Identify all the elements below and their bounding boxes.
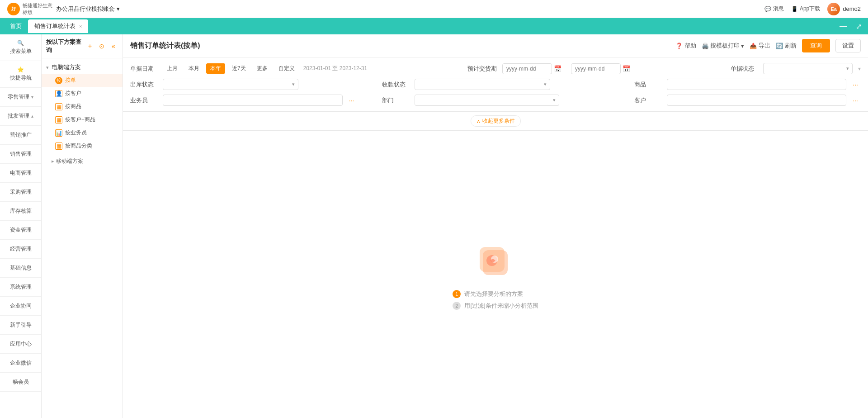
goods-input[interactable] xyxy=(667,79,847,90)
scheme-settings-button[interactable]: ⊙ xyxy=(97,42,106,51)
customer-more-icon[interactable]: ··· xyxy=(850,95,861,106)
dept-select[interactable] xyxy=(415,95,559,106)
out-status-select[interactable] xyxy=(163,79,298,90)
sidebar: 🔍 搜索菜单 ⭐ 快捷导航 零售管理 ▾ 批发管理 ▴ 营销推广 销售管理 电商… xyxy=(0,34,42,418)
customer-icon: 👤 xyxy=(55,90,62,97)
refresh-button[interactable]: 🔄 刷新 xyxy=(776,42,797,50)
user-menu[interactable]: Ea demo2 xyxy=(827,3,861,15)
logo-icon: 好 xyxy=(7,3,20,15)
sidebar-item-newbie[interactable]: 新手引导 xyxy=(0,316,41,335)
account-selector[interactable]: 办公用品行业模拟账套 ▾ xyxy=(56,5,120,13)
customer-goods-icon: ▦ xyxy=(55,116,62,124)
tree-item-by-salesperson[interactable]: 📊 按业务员 xyxy=(42,126,123,139)
chevron-down-icon: ▾ xyxy=(31,95,33,100)
messages-button[interactable]: 💬 消息 xyxy=(764,5,784,13)
tree-item-by-order[interactable]: 按 按单 xyxy=(42,74,123,87)
chevron-up-icon: ▴ xyxy=(31,114,33,119)
salesperson-input[interactable] xyxy=(163,95,343,106)
calendar-end-icon[interactable]: 📅 xyxy=(623,65,630,72)
expected-date-inputs: 📅 — 📅 xyxy=(502,63,630,74)
sidebar-item-purchase[interactable]: 采购管理 xyxy=(0,183,41,202)
sidebar-item-enterprise[interactable]: 企业协同 xyxy=(0,297,41,316)
payment-status-select[interactable] xyxy=(415,79,550,90)
this-year-btn[interactable]: 本年 xyxy=(206,63,225,74)
tree-item-by-goods[interactable]: ▦ 按商品 xyxy=(42,100,123,113)
minimize-icon[interactable]: — xyxy=(837,21,849,32)
goods-icon: ▦ xyxy=(55,103,62,110)
dept-group xyxy=(415,95,609,106)
goods-more-icon[interactable]: ··· xyxy=(850,79,861,90)
tab-sales-stats[interactable]: 销售订单统计表 × xyxy=(28,19,88,33)
calendar-start-icon[interactable]: 📅 xyxy=(554,65,561,72)
add-scheme-button[interactable]: ＋ xyxy=(85,42,94,51)
last7-btn[interactable]: 近7天 xyxy=(228,63,250,74)
out-status-group xyxy=(163,79,357,90)
settings-button[interactable]: 设置 xyxy=(835,39,861,52)
page-header-actions: ❓ 帮助 🖨️ 按模板打印 ▾ 📤 导出 🔄 刷新 查询 设置 xyxy=(675,39,861,52)
payment-status-group xyxy=(415,79,609,90)
date-label: 单据日期 xyxy=(130,65,157,73)
tree-group-header-pc[interactable]: ▾ 电脑端方案 xyxy=(42,61,123,74)
sidebar-item-inventory[interactable]: 库存核算 xyxy=(0,202,41,221)
doc-status-select[interactable] xyxy=(763,63,853,74)
expected-date-start[interactable] xyxy=(502,63,552,74)
tree-item-by-customer[interactable]: 👤 按客户 xyxy=(42,87,123,100)
template-print-button[interactable]: 🖨️ 按模板打印 ▾ xyxy=(702,42,744,50)
more-btn[interactable]: 更多 xyxy=(253,63,272,74)
this-month-btn[interactable]: 本月 xyxy=(184,63,203,74)
help-button[interactable]: ❓ 帮助 xyxy=(675,42,696,50)
sidebar-item-membership[interactable]: 畅会员 xyxy=(0,373,41,392)
sidebar-item-appcenter[interactable]: 应用中心 xyxy=(0,335,41,354)
customer-input[interactable] xyxy=(667,95,847,106)
username-label: demo2 xyxy=(843,5,861,12)
tree-item-by-customer-goods[interactable]: ▦ 按客户+商品 xyxy=(42,113,123,126)
tree-item-by-category[interactable]: ▦ 按商品分类 xyxy=(42,139,123,152)
collapse-panel-button[interactable]: « xyxy=(109,42,118,51)
sidebar-item-quicknav[interactable]: ⭐ 快捷导航 xyxy=(0,61,41,88)
tree-group-pc: ▾ 电脑端方案 按 按单 👤 按客户 ▦ 按商品 ▦ 按客户+商品 📊 按业务员 xyxy=(42,58,123,155)
left-panel: 按以下方案查询 ＋ ⊙ « ▾ 电脑端方案 按 按单 👤 按客户 ▦ 按商品 xyxy=(42,34,123,418)
prev-month-btn[interactable]: 上月 xyxy=(163,63,182,74)
sidebar-item-search[interactable]: 🔍 搜索菜单 xyxy=(0,34,41,61)
customer-group: ··· xyxy=(667,95,861,106)
sidebar-item-finance[interactable]: 资金管理 xyxy=(0,221,41,240)
search-icon: 🔍 xyxy=(17,40,24,46)
top-bar-left: 好 畅捷通好生意 标版 办公用品行业模拟账套 ▾ xyxy=(7,2,120,15)
hint-number-2: 2 xyxy=(453,302,461,310)
sidebar-item-ecommerce[interactable]: 电商管理 xyxy=(0,164,41,183)
sidebar-item-marketing[interactable]: 营销推广 xyxy=(0,126,41,145)
goods-group: ··· xyxy=(667,79,861,90)
app-download-button[interactable]: 📱 App下载 xyxy=(791,5,820,13)
sidebar-item-basic[interactable]: 基础信息 xyxy=(0,259,41,278)
sidebar-item-sales[interactable]: 销售管理 xyxy=(0,145,41,164)
tab-close-icon[interactable]: × xyxy=(79,24,82,29)
out-status-label: 出库状态 xyxy=(130,81,157,89)
main-layout: 🔍 搜索菜单 ⭐ 快捷导航 零售管理 ▾ 批发管理 ▴ 营销推广 销售管理 电商… xyxy=(0,34,868,418)
export-button[interactable]: 📤 导出 xyxy=(750,42,770,50)
custom-btn[interactable]: 自定义 xyxy=(274,63,299,74)
salesperson-group: ··· xyxy=(163,95,357,106)
empty-svg xyxy=(473,236,518,281)
tree-expand-icon: ▾ xyxy=(46,65,49,71)
sidebar-item-operations[interactable]: 经营管理 xyxy=(0,240,41,259)
sidebar-item-retail[interactable]: 零售管理 ▾ xyxy=(0,88,41,107)
panel-toolbar: 按以下方案查询 ＋ ⊙ « xyxy=(42,34,123,58)
sidebar-item-system[interactable]: 系统管理 xyxy=(0,278,41,297)
page-header: 销售订单统计表(按单) ❓ 帮助 🖨️ 按模板打印 ▾ 📤 导出 🔄 刷新 xyxy=(123,34,868,57)
collapse-button[interactable]: ∧ 收起更多条件 xyxy=(471,115,521,127)
print-icon: 🖨️ xyxy=(702,43,709,49)
tab-home[interactable]: 首页 xyxy=(4,19,28,33)
collapse-bar: ∧ 收起更多条件 xyxy=(123,112,868,131)
empty-illustration xyxy=(473,236,518,281)
order-icon: 按 xyxy=(55,77,62,84)
sidebar-item-corpwechat[interactable]: 企业微信 xyxy=(0,354,41,373)
maximize-icon[interactable]: ⤢ xyxy=(853,21,864,32)
nav-tab-controls: — ⤢ xyxy=(837,21,864,32)
doc-status-label: 单据状态 xyxy=(731,65,758,73)
query-button[interactable]: 查询 xyxy=(802,39,830,52)
tree-subgroup-mobile[interactable]: ▸ 移动端方案 xyxy=(42,155,123,167)
expected-date-end[interactable] xyxy=(571,63,621,74)
top-bar: 好 畅捷通好生意 标版 办公用品行业模拟账套 ▾ 💬 消息 📱 App下载 Ea… xyxy=(0,0,868,18)
sidebar-item-wholesale[interactable]: 批发管理 ▴ xyxy=(0,107,41,126)
salesperson-more-icon[interactable]: ··· xyxy=(346,95,357,106)
